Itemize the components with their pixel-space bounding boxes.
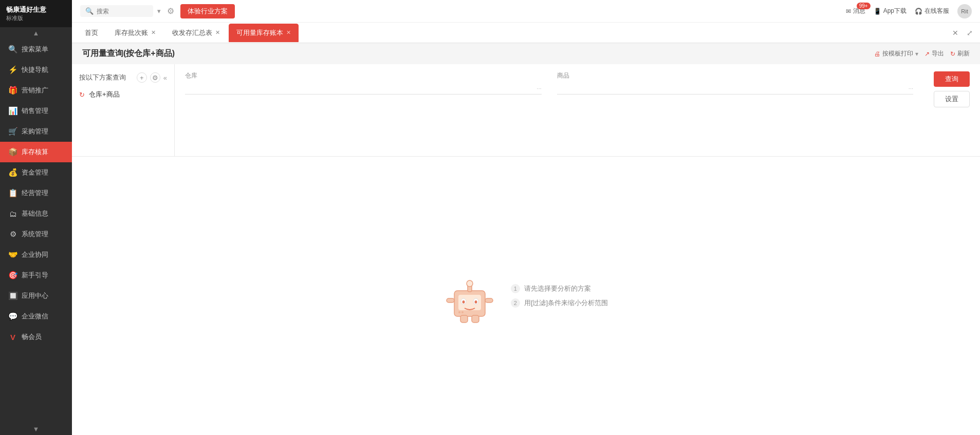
sidebar-nav: 🔍 搜索菜单 ⚡ 快捷导航 🎁 营销推广 📊 销售管理 🛒 采购管理 📦 库存核… bbox=[0, 39, 72, 423]
add-scheme-btn[interactable]: + bbox=[137, 72, 147, 83]
message-action[interactable]: ✉ 消息 99+ bbox=[846, 7, 865, 15]
setting-button[interactable]: 设置 bbox=[934, 91, 970, 107]
system-icon: ⚙ bbox=[8, 230, 17, 239]
wechat-icon: 💬 bbox=[8, 312, 17, 321]
industry-btn[interactable]: 体验行业方案 bbox=[180, 4, 235, 18]
scheme-sidebar: 按以下方案查询 + ⚙ « ↻ 仓库+商品 bbox=[72, 64, 175, 156]
tab-batch-account[interactable]: 库存批次账 ✕ bbox=[107, 24, 163, 42]
warehouse-input-wrap: ··· bbox=[185, 82, 542, 94]
sidebar-item-sales[interactable]: 📊 销售管理 bbox=[0, 101, 72, 121]
export-icon: ↗ bbox=[924, 50, 930, 58]
scheme-header-label: 按以下方案查询 bbox=[79, 73, 126, 82]
sidebar-item-operation[interactable]: 📋 经营管理 bbox=[0, 183, 72, 203]
sidebar-item-label: 搜索菜单 bbox=[22, 45, 48, 54]
sidebar-scroll-down[interactable]: ▼ bbox=[0, 423, 72, 435]
chevron-down-icon[interactable]: ▾ bbox=[157, 7, 161, 15]
sidebar-item-member[interactable]: V 畅会员 bbox=[0, 327, 72, 347]
tabs-bar: 首页 库存批次账 ✕ 收发存汇总表 ✕ 可用量库存账本 ✕ ✕ ⤢ bbox=[72, 23, 980, 43]
sidebar-item-label: 经营管理 bbox=[22, 188, 48, 198]
refresh-icon: ↻ bbox=[950, 50, 955, 58]
sidebar-item-finance[interactable]: 💰 资金管理 bbox=[0, 162, 72, 183]
tab-batch-account-label: 库存批次账 bbox=[115, 28, 148, 37]
tab-collect-summary[interactable]: 收发存汇总表 ✕ bbox=[164, 24, 228, 42]
sidebar-item-label: 营销推广 bbox=[22, 86, 48, 95]
collapse-icon[interactable]: « bbox=[163, 74, 167, 82]
sidebar-item-system[interactable]: ⚙ 系统管理 bbox=[0, 224, 72, 244]
purchase-icon: 🛒 bbox=[8, 127, 17, 136]
sidebar-item-basic[interactable]: 🗂 基础信息 bbox=[0, 203, 72, 224]
sidebar-item-label: 新手引导 bbox=[22, 271, 48, 280]
topbar-search-box[interactable]: 🔍 bbox=[80, 5, 153, 17]
page-title: 可用量查询(按仓库+商品) bbox=[82, 48, 175, 59]
product-label: 商品 bbox=[557, 71, 914, 80]
member-icon: V bbox=[8, 333, 17, 342]
apps-icon: 🔲 bbox=[8, 291, 17, 300]
close-icon[interactable]: ✕ bbox=[215, 29, 220, 36]
maximize-tab-btn[interactable]: ⤢ bbox=[965, 27, 975, 39]
manage-scheme-btn[interactable]: ⚙ bbox=[150, 72, 160, 83]
sidebar-item-guide[interactable]: 🎯 新手引导 bbox=[0, 265, 72, 286]
marketing-icon: 🎁 bbox=[8, 86, 17, 95]
sidebar-header: 畅康通好生意 标准版 bbox=[0, 0, 72, 27]
refresh-label: 刷新 bbox=[957, 49, 970, 58]
sidebar-item-collab[interactable]: 🤝 企业协同 bbox=[0, 244, 72, 265]
operation-icon: 📋 bbox=[8, 188, 17, 198]
empty-state: 1 请先选择要分析的方案 2 用[过滤]条件来缩小分析范围 bbox=[72, 157, 980, 435]
tab-home[interactable]: 首页 bbox=[77, 24, 106, 42]
guide-icon: 🎯 bbox=[8, 271, 17, 280]
sidebar-item-inventory[interactable]: 📦 库存核算 bbox=[0, 142, 72, 162]
export-btn[interactable]: ↗ 导出 bbox=[924, 49, 944, 58]
app-download-action[interactable]: 📱 App下载 bbox=[874, 7, 907, 15]
product-input[interactable] bbox=[557, 84, 905, 92]
svg-point-11 bbox=[467, 280, 473, 287]
hint-text-1: 请先选择要分析的方案 bbox=[524, 284, 591, 293]
page-header-actions: 🖨 按模板打印 ▾ ↗ 导出 ↻ 刷新 bbox=[874, 49, 970, 58]
warehouse-input[interactable] bbox=[185, 84, 533, 92]
scheme-item-warehouse-product[interactable]: ↻ 仓库+商品 bbox=[72, 86, 174, 103]
sidebar-item-search[interactable]: 🔍 搜索菜单 bbox=[0, 39, 72, 60]
filter-fields: 仓库 ··· 商品 ··· bbox=[175, 64, 923, 156]
filter-panel: 按以下方案查询 + ⚙ « ↻ 仓库+商品 仓库 bbox=[72, 64, 980, 157]
close-icon[interactable]: ✕ bbox=[151, 29, 156, 36]
brand-name: 畅康通好生意 bbox=[6, 5, 66, 14]
shortcut-icon: ⚡ bbox=[8, 65, 17, 74]
product-field: 商品 ··· bbox=[557, 71, 914, 94]
svg-point-5 bbox=[474, 300, 477, 304]
sidebar-item-wechat[interactable]: 💬 企业微信 bbox=[0, 306, 72, 327]
refresh-btn[interactable]: ↻ 刷新 bbox=[950, 49, 970, 58]
online-service-action[interactable]: 🎧 在线客服 bbox=[915, 7, 949, 15]
warehouse-field: 仓库 ··· bbox=[185, 71, 542, 94]
sidebar-item-apps[interactable]: 🔲 应用中心 bbox=[0, 286, 72, 306]
page-header: 可用量查询(按仓库+商品) 🖨 按模板打印 ▾ ↗ 导出 ↻ 刷新 bbox=[72, 43, 980, 64]
close-tab-btn[interactable]: ✕ bbox=[950, 27, 960, 39]
sidebar-item-label: 应用中心 bbox=[22, 291, 48, 300]
empty-hint-1: 1 请先选择要分析的方案 bbox=[511, 284, 608, 293]
scheme-header-actions: + ⚙ « bbox=[137, 72, 167, 83]
sidebar-item-label: 基础信息 bbox=[22, 209, 48, 218]
close-icon[interactable]: ✕ bbox=[286, 29, 291, 36]
sidebar-scroll-up[interactable]: ▲ bbox=[0, 27, 72, 39]
filter-actions: 查询 设置 bbox=[923, 64, 980, 156]
headset-icon: 🎧 bbox=[915, 8, 922, 15]
search-input[interactable] bbox=[97, 8, 148, 15]
search-icon: 🔍 bbox=[85, 7, 94, 15]
print-btn[interactable]: 🖨 按模板打印 ▾ bbox=[874, 49, 918, 58]
scheme-refresh-icon: ↻ bbox=[79, 91, 85, 99]
chevron-down-icon[interactable]: ▾ bbox=[915, 50, 918, 58]
sales-icon: 📊 bbox=[8, 106, 17, 116]
topbar: 🔍 ▾ ⚙ 体验行业方案 ✉ 消息 99+ 📱 App下载 🎧 在线客服 Ri bbox=[72, 0, 980, 23]
user-avatar[interactable]: Rit bbox=[957, 4, 972, 18]
page-content: 可用量查询(按仓库+商品) 🖨 按模板打印 ▾ ↗ 导出 ↻ 刷新 bbox=[72, 43, 980, 435]
gear-icon[interactable]: ⚙ bbox=[165, 4, 176, 18]
warehouse-more-btn[interactable]: ··· bbox=[537, 85, 541, 91]
inventory-icon: 📦 bbox=[8, 147, 17, 157]
sidebar-item-purchase[interactable]: 🛒 采购管理 bbox=[0, 121, 72, 142]
tab-available-ledger[interactable]: 可用量库存账本 ✕ bbox=[229, 24, 299, 42]
sidebar-item-label: 采购管理 bbox=[22, 127, 48, 136]
sidebar-item-shortcut[interactable]: ⚡ 快捷导航 bbox=[0, 60, 72, 80]
tab-home-label: 首页 bbox=[85, 28, 98, 37]
sidebar-item-marketing[interactable]: 🎁 营销推广 bbox=[0, 80, 72, 101]
product-more-btn[interactable]: ··· bbox=[909, 85, 913, 91]
query-button[interactable]: 查询 bbox=[934, 71, 970, 87]
tab-collect-summary-label: 收发存汇总表 bbox=[172, 28, 212, 37]
